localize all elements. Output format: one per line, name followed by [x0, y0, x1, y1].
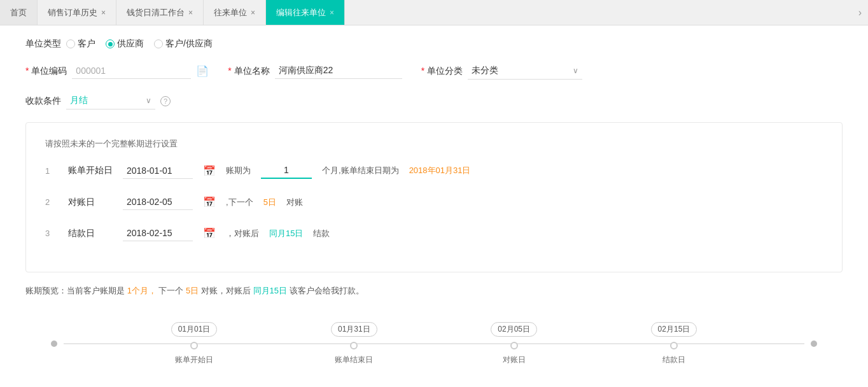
timeline-badge-2: 01月31日 — [331, 322, 377, 337]
main-content: 单位类型 客户 供应商 客户/供应商 单位编码 📄 — [0, 25, 868, 387]
timeline-dot-3 — [510, 342, 518, 349]
row-3-label: 结款日 — [68, 228, 113, 239]
tab-cashflow-close[interactable]: × — [188, 8, 193, 17]
timeline-node-2: 01月31日 账单结束日 — [331, 322, 377, 365]
settings-panel: 请按照未来的一个完整帐期进行设置 1 账单开始日 📅 账期为 个月,账单结束日期… — [25, 122, 843, 272]
unit-type-field: 单位类型 客户 供应商 客户/供应商 — [25, 38, 213, 50]
row-1-date-input[interactable] — [123, 163, 193, 179]
radio-both[interactable]: 客户/供应商 — [154, 38, 213, 50]
payment-terms-label: 收款条件 — [25, 95, 61, 107]
unit-category-dropdown[interactable]: 未分类 ∨ — [468, 62, 582, 80]
timeline-node-3: 02月05日 对账日 — [491, 322, 537, 365]
tab-partners-label: 往来单位 — [214, 7, 247, 18]
radio-customer[interactable]: 客户 — [66, 38, 95, 50]
row-1-months-unit: 个月,账单结束日期为 — [322, 165, 399, 176]
preview-middle2: 对账，对账后 — [201, 286, 251, 295]
unit-name-field: 单位名称 — [228, 63, 402, 79]
unit-category-value: 未分类 — [472, 65, 569, 76]
timeline-end-cap — [811, 341, 817, 347]
setting-row-1: 1 账单开始日 📅 账期为 个月,账单结束日期为 2018年01月31日 — [45, 162, 823, 179]
tab-partners[interactable]: 往来单位 × — [204, 0, 266, 25]
radio-both-label: 客户/供应商 — [165, 38, 213, 50]
unit-code-field: 单位编码 📄 — [25, 63, 209, 79]
payment-terms-help-icon[interactable]: ? — [160, 96, 171, 106]
tab-sales-history-label: 销售订单历史 — [48, 7, 97, 18]
row-2-desc-highlight: 5日 — [263, 197, 276, 208]
unit-type-row: 单位类型 客户 供应商 客户/供应商 — [25, 38, 843, 50]
timeline-dot-4 — [670, 342, 678, 349]
row-1-suffix: 账期为 — [226, 165, 251, 176]
timeline-label-4: 结款日 — [662, 355, 685, 365]
radio-supplier[interactable]: 供应商 — [106, 38, 144, 50]
preview-highlight2: 5日 — [186, 286, 199, 295]
timeline-badge-1: 01月01日 — [171, 322, 218, 337]
timeline-label-3: 对账日 — [503, 355, 526, 365]
unit-name-input[interactable] — [275, 63, 402, 79]
payment-terms-arrow-icon: ∨ — [146, 96, 151, 105]
row-3-num: 3 — [45, 229, 58, 238]
timeline-start-cap — [51, 341, 57, 347]
preview-prefix: 账期预览：当前客户账期是 — [25, 286, 125, 295]
row-3-desc-highlight: 同月15日 — [269, 228, 303, 239]
row-2-desc-suffix: 对账 — [286, 197, 303, 208]
tab-sales-history[interactable]: 销售订单历史 × — [38, 0, 116, 25]
radio-customer-circle — [66, 39, 75, 48]
tab-edit-partner[interactable]: 编辑往来单位 × — [266, 0, 345, 25]
row-1-num: 1 — [45, 166, 58, 176]
unit-category-field: 单位分类 未分类 ∨ — [421, 62, 582, 80]
tab-cashflow[interactable]: 钱货日清工作台 × — [116, 0, 204, 25]
row-2-num: 2 — [45, 197, 58, 207]
row-1-label: 账单开始日 — [68, 165, 113, 176]
timeline-label-2: 账单结束日 — [335, 355, 373, 365]
payment-terms-value: 月结 — [70, 95, 142, 106]
timeline: 01月01日 账单开始日 01月31日 账单结束日 02月05日 对账日 02月… — [25, 316, 843, 372]
tab-home-label: 首页 — [10, 7, 27, 18]
tab-bar: 首页 销售订单历史 × 钱货日清工作台 × 往来单位 × 编辑往来单位 × › — [0, 0, 868, 25]
timeline-node-4: 02月15日 结款日 — [651, 322, 697, 365]
unit-category-arrow-icon: ∨ — [573, 66, 578, 75]
tab-partners-close[interactable]: × — [251, 8, 255, 17]
unit-code-icon[interactable]: 📄 — [196, 65, 209, 77]
row-3-desc-prefix: ，对账后 — [226, 228, 259, 239]
row-3-date-input[interactable] — [123, 225, 193, 241]
unit-type-radio-group: 客户 供应商 客户/供应商 — [66, 38, 213, 50]
timeline-dot-1 — [190, 342, 198, 349]
panel-hint: 请按照未来的一个完整帐期进行设置 — [45, 138, 823, 150]
unit-info-row: 单位编码 📄 单位名称 单位分类 未分类 ∨ — [25, 62, 843, 80]
preview-highlight1: 1个月， — [127, 286, 157, 295]
tab-sales-history-close[interactable]: × — [101, 8, 106, 17]
preview-highlight3: 同月15日 — [253, 286, 287, 295]
tab-cashflow-label: 钱货日清工作台 — [127, 7, 185, 18]
timeline-node-1: 01月01日 账单开始日 — [171, 322, 218, 365]
row-2-calendar-icon[interactable]: 📅 — [203, 196, 216, 208]
tab-edit-partner-label: 编辑往来单位 — [276, 7, 326, 18]
row-2-date-input[interactable] — [123, 194, 193, 210]
unit-code-label: 单位编码 — [25, 66, 67, 77]
radio-both-circle — [154, 39, 163, 48]
timeline-dot-2 — [350, 342, 358, 349]
unit-category-label: 单位分类 — [421, 66, 463, 77]
row-1-end-date: 2018年01月31日 — [409, 165, 471, 176]
timeline-label-1: 账单开始日 — [175, 355, 213, 365]
preview-section: 账期预览：当前客户账期是 1个月， 下一个 5日 对账，对账后 同月15日 该客… — [25, 285, 843, 297]
radio-supplier-circle — [106, 39, 115, 48]
timeline-badge-3: 02月05日 — [491, 322, 537, 337]
tab-more-arrow[interactable]: › — [852, 0, 868, 25]
row-2-desc-prefix: ,下一个 — [226, 197, 253, 208]
payment-terms-dropdown[interactable]: 月结 ∨ — [66, 92, 155, 109]
unit-type-label: 单位类型 — [25, 38, 61, 50]
preview-suffix: 该客户会给我打款。 — [290, 286, 364, 295]
tab-edit-partner-close[interactable]: × — [330, 8, 334, 17]
tab-home[interactable]: 首页 — [0, 0, 38, 25]
timeline-dots: 01月01日 账单开始日 01月31日 账单结束日 02月05日 对账日 02月… — [51, 322, 817, 365]
radio-supplier-label: 供应商 — [117, 38, 144, 50]
row-1-months-input[interactable] — [261, 162, 312, 179]
unit-code-input[interactable] — [72, 63, 191, 79]
setting-row-2: 2 对账日 📅 ,下一个 5日 对账 — [45, 194, 823, 210]
row-3-calendar-icon[interactable]: 📅 — [203, 227, 216, 239]
payment-terms-field: 收款条件 月结 ∨ ? — [25, 92, 171, 109]
timeline-badge-4: 02月15日 — [651, 322, 697, 337]
row-1-calendar-icon[interactable]: 📅 — [203, 165, 216, 177]
preview-middle1: 下一个 — [158, 286, 183, 295]
radio-customer-label: 客户 — [78, 38, 95, 50]
